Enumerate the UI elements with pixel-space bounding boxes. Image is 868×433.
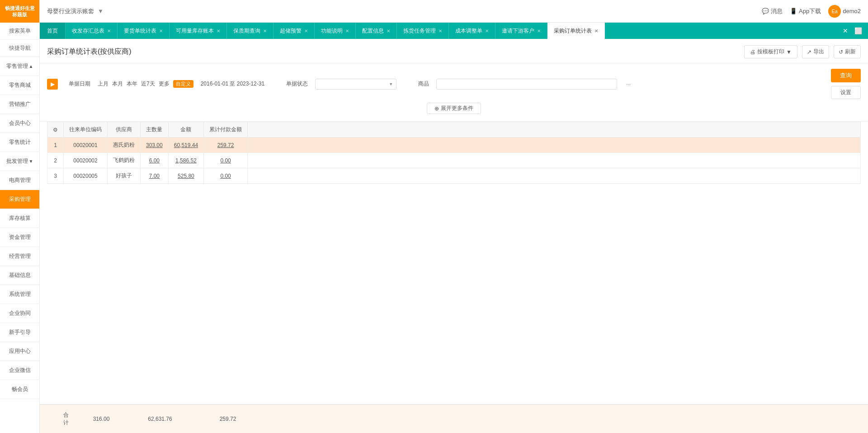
sidebar-item-member[interactable]: 会员中心 xyxy=(0,114,39,133)
page-title: 采购订单统计表(按供应商) xyxy=(47,47,132,57)
date-shortcut-this-year[interactable]: 本年 xyxy=(127,80,137,88)
app-center-label: 应用中心 xyxy=(9,348,31,354)
status-select[interactable] xyxy=(315,79,396,90)
sidebar-item-newbie[interactable]: 新手引导 xyxy=(0,323,39,342)
row-paid[interactable]: 259.72 xyxy=(204,138,248,153)
tab-available-stock[interactable]: 可用量库存账本 ✕ xyxy=(170,23,227,39)
tab-purchase-summary[interactable]: 采购订单统计表 ✕ xyxy=(547,23,605,39)
sidebar-item-ecommerce[interactable]: 电商管理 xyxy=(0,171,39,190)
table-row[interactable]: 3 00020005 好孩子 7.00 525.80 0.00 xyxy=(47,168,861,184)
basic-label: 基础信息 xyxy=(9,272,31,278)
settings-icon[interactable]: ⚙ xyxy=(53,127,58,133)
breadcrumb-text: 母婴行业演示账套 xyxy=(47,7,94,15)
export-icon: ↗ xyxy=(807,49,811,55)
marketing-label: 营销推广 xyxy=(9,101,31,107)
tab-order-stats-close[interactable]: ✕ xyxy=(159,29,163,33)
tab-overstock[interactable]: 超储预警 ✕ xyxy=(274,23,315,39)
tab-home-label: 首页 xyxy=(47,27,58,35)
sidebar-item-search[interactable]: 搜索英单 xyxy=(0,23,39,40)
tab-overstock-close[interactable]: ✕ xyxy=(304,29,308,33)
date-shortcut-more[interactable]: 更多 xyxy=(159,80,170,88)
breadcrumb-dropdown-icon[interactable]: ▼ xyxy=(98,8,104,14)
row-amount[interactable]: 1,586.52 xyxy=(168,153,203,168)
print-button[interactable]: 🖨 按模板打印 ▼ xyxy=(744,45,797,58)
sidebar-item-app-center[interactable]: 应用中心 xyxy=(0,342,39,361)
tab-home[interactable]: 首页 xyxy=(40,23,66,39)
tab-purchase-summary-label: 采购订单统计表 xyxy=(554,27,592,35)
tab-pick-task-close[interactable]: ✕ xyxy=(439,29,442,33)
message-btn[interactable]: 💬 消息 xyxy=(762,7,783,15)
tab-config[interactable]: 配置信息 ✕ xyxy=(356,23,397,39)
tab-close-all-btn[interactable]: ✕ xyxy=(839,24,852,37)
sidebar-item-inventory[interactable]: 库存核算 xyxy=(0,209,39,228)
row-qty[interactable]: 6.00 xyxy=(141,153,169,168)
query-button[interactable]: 查询 xyxy=(831,69,861,82)
data-table: ⚙ 往来单位编码 供应商 主数量 金额 累计付款金额 1 00020001 惠氏… xyxy=(47,122,861,184)
chevron-down-icon2: ▼ xyxy=(29,159,33,164)
username: demo2 xyxy=(843,8,861,14)
sidebar-item-ops[interactable]: 经营管理 xyxy=(0,247,39,266)
row-extra xyxy=(248,138,861,153)
tab-purchase-summary-close[interactable]: ✕ xyxy=(594,29,598,33)
tab-invite[interactable]: 邀请下游客户 ✕ xyxy=(495,23,547,39)
sidebar-item-retail-shop[interactable]: 零售商城 xyxy=(0,76,39,95)
tab-function[interactable]: 功能说明 ✕ xyxy=(315,23,356,39)
table-row[interactable]: 2 00020002 飞鹤奶粉 6.00 1,586.52 0.00 xyxy=(47,153,861,168)
date-shortcuts: 上月 本月 本年 近7天 更多 自定义 xyxy=(98,80,193,88)
table-row[interactable]: 1 00020001 惠氏奶粉 303.00 60,519.44 259.72 xyxy=(47,138,861,153)
tab-invite-close[interactable]: ✕ xyxy=(537,29,541,33)
sidebar-item-vip[interactable]: 畅会员 xyxy=(0,380,39,399)
tab-pick-task[interactable]: 拣货任务管理 ✕ xyxy=(397,23,449,39)
date-shortcut-prev-month[interactable]: 上月 xyxy=(98,80,108,88)
filter-area: ▶ 单据日期 上月 本月 本年 近7天 更多 自定义 2016-01-01 至 … xyxy=(40,63,868,122)
tab-expiry[interactable]: 保质期查询 ✕ xyxy=(227,23,274,39)
date-custom-badge[interactable]: 自定义 xyxy=(173,80,193,88)
date-shortcut-this-month[interactable]: 本月 xyxy=(112,80,123,88)
row-paid[interactable]: 0.00 xyxy=(204,168,248,184)
row-qty[interactable]: 303.00 xyxy=(141,138,169,153)
tab-receive[interactable]: 收发存汇总表 ✕ xyxy=(66,23,118,39)
tab-config-close[interactable]: ✕ xyxy=(387,29,390,33)
expand-more-btn[interactable]: ⊕ 展开更多条件 xyxy=(427,103,481,114)
sidebar-item-retail-stats[interactable]: 零售统计 xyxy=(0,133,39,152)
tab-overstock-label: 超储预警 xyxy=(280,27,302,35)
tab-function-close[interactable]: ✕ xyxy=(345,29,349,33)
tab-receive-close[interactable]: ✕ xyxy=(107,29,111,33)
sidebar-item-wholesale[interactable]: 批发管理 ▼ xyxy=(0,152,39,171)
sidebar-item-wechat[interactable]: 企业微信 xyxy=(0,361,39,380)
row-amount[interactable]: 525.80 xyxy=(168,168,203,184)
row-paid[interactable]: 0.00 xyxy=(204,153,248,168)
tab-order-stats[interactable]: 要货单统计表 ✕ xyxy=(118,23,170,39)
breadcrumb[interactable]: 母婴行业演示账套 ▼ xyxy=(47,7,104,15)
goods-input[interactable] xyxy=(436,79,617,90)
sidebar-item-finance[interactable]: 资金管理 xyxy=(0,228,39,247)
sidebar-item-shortcut[interactable]: 快捷导航 xyxy=(0,40,39,57)
tab-maximize-btn[interactable]: ⬜ xyxy=(852,24,864,37)
tab-cost-adjust[interactable]: 成本调整单 ✕ xyxy=(449,23,495,39)
goods-more-icon[interactable]: ··· xyxy=(626,81,631,87)
footer-amount: 62,631.76 xyxy=(128,409,192,429)
sidebar-item-marketing[interactable]: 营销推广 xyxy=(0,95,39,114)
sidebar-item-basic[interactable]: 基础信息 xyxy=(0,266,39,285)
tab-cost-adjust-close[interactable]: ✕ xyxy=(485,29,489,33)
refresh-button[interactable]: ↺ 刷新 xyxy=(834,45,861,58)
user-menu[interactable]: Ea demo2 xyxy=(828,5,861,18)
app-download-btn[interactable]: 📱 App下载 xyxy=(790,7,821,15)
sidebar-item-purchase[interactable]: 采购管理 xyxy=(0,190,39,209)
tab-expiry-close[interactable]: ✕ xyxy=(263,29,267,33)
export-button[interactable]: ↗ 导出 xyxy=(802,45,829,58)
enterprise-label: 企业协同 xyxy=(9,310,31,316)
col-settings[interactable]: ⚙ xyxy=(47,122,64,138)
row-amount[interactable]: 60,519.44 xyxy=(168,138,203,153)
collapse-filter-btn[interactable]: ▶ xyxy=(47,79,58,90)
date-shortcut-7days[interactable]: 近7天 xyxy=(141,80,155,88)
tab-available-stock-close[interactable]: ✕ xyxy=(217,29,220,33)
settings-button[interactable]: 设置 xyxy=(831,86,861,99)
row-qty[interactable]: 7.00 xyxy=(141,168,169,184)
sidebar-item-retail[interactable]: 零售管理 ▲ xyxy=(0,57,39,76)
newbie-label: 新手引导 xyxy=(9,329,31,335)
sidebar-item-enterprise[interactable]: 企业协同 xyxy=(0,304,39,323)
system-label: 系统管理 xyxy=(9,291,31,297)
sidebar-item-system[interactable]: 系统管理 xyxy=(0,285,39,304)
tab-cost-adjust-label: 成本调整单 xyxy=(455,27,482,35)
